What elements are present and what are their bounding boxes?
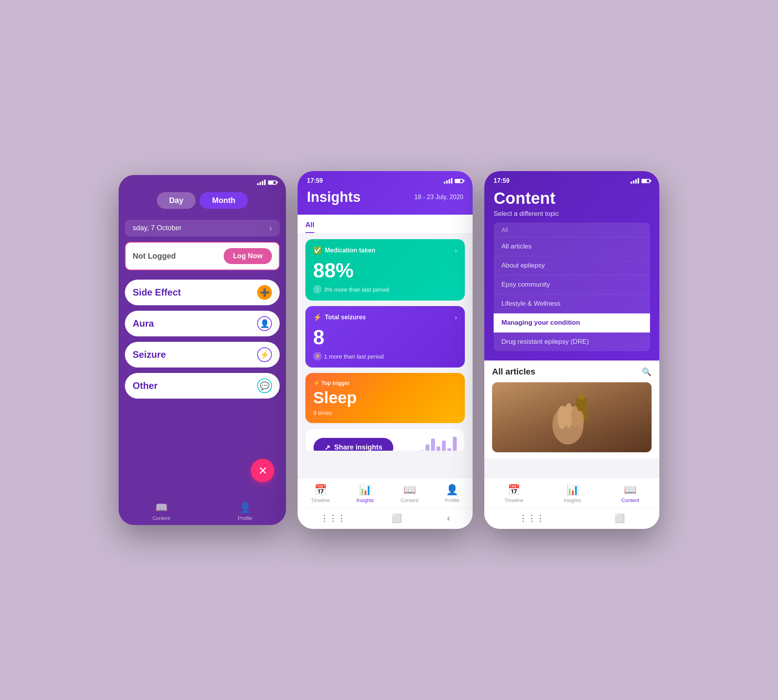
nav-content-3[interactable]: 📖 Content [622,484,640,503]
nav-profile-2[interactable]: 👤 Profile [445,484,459,503]
share-label: Share insights [334,443,382,451]
search-icon[interactable]: 🔍 [642,367,652,376]
topic-item-about-epilepsy[interactable]: About epilepsy [494,256,650,275]
seizure-icon: ⚡ [257,347,272,362]
content-nav-label: Content [152,515,170,521]
articles-section: All articles 🔍 [484,360,659,458]
phone1-header: Day Month [119,188,286,220]
chart-bar-4 [436,446,440,451]
medication-sub: ↑ 3% more than last period [313,285,457,294]
content-nav-icon-2: 📖 [403,484,416,496]
content-nav-icon: 📖 [155,502,168,514]
article-image-inner [492,382,652,452]
other-icon: 💬 [257,378,272,393]
seizures-label-text: Total seizures [325,314,366,321]
chart-bar-3 [431,439,435,451]
seizures-sub-icon: ⚡ [313,352,322,360]
topic-item-all-articles[interactable]: All articles [494,237,650,256]
trigger-count: 9 times [313,410,457,416]
mini-chart [420,437,457,451]
other-menu-item[interactable]: Other 💬 [125,373,280,399]
phone-log-screen: Day Month sday, 7 October › Not Logged L… [119,175,286,525]
insights-header: 17:59 Insights 18 - 23 July, 2020 [298,171,473,215]
content-page-title: Content [494,189,650,208]
trigger-value: Sleep [313,388,457,407]
side-effect-menu-item[interactable]: Side Effect ➕ [125,280,280,305]
status-icons-1 [257,180,277,185]
chart-bar-5 [442,441,446,451]
trigger-label-text: Top trigger [321,380,350,386]
aura-label: Aura [133,318,154,329]
not-logged-label: Not Logged [133,252,176,261]
status-bar-1 [119,175,286,188]
medication-check-icon: ✅ [313,246,322,255]
timeline-nav-label: Timeline [311,497,330,503]
day-toggle-btn[interactable]: Day [157,192,196,209]
topic-item-lifestyle[interactable]: Lifestyle & Wellness [494,294,650,313]
date-chevron-icon: › [269,224,272,233]
topic-all-header: All [494,222,650,237]
medication-chevron-icon: › [455,247,457,255]
insights-bottom-nav: 📅 Timeline 📊 Insights 📖 Content 👤 Profil… [298,478,473,507]
nav-insights-2[interactable]: 📊 Insights [356,484,374,503]
seizure-menu-item[interactable]: Seizure ⚡ [125,342,280,368]
month-toggle-btn[interactable]: Month [200,192,248,209]
insights-date-range: 18 - 23 July, 2020 [414,194,463,201]
nav-timeline-2[interactable]: 📅 Timeline [311,484,330,503]
insights-nav-icon-3: 📊 [566,484,579,496]
close-fab-button[interactable]: ✕ [251,459,274,482]
nav-content-2[interactable]: 📖 Content [401,484,419,503]
medication-card-label: ✅ Medication taken [313,246,375,255]
profile-nav-icon: 👤 [239,502,251,514]
android-menu-icon-3: ⋮⋮⋮ [519,513,545,523]
articles-section-header: All articles 🔍 [492,367,652,377]
nav-timeline-3[interactable]: 📅 Timeline [505,484,524,503]
chart-bar-7 [453,437,457,451]
articles-section-title: All articles [492,367,535,377]
share-insights-button[interactable]: ↗ Share insights [314,438,393,451]
chart-bar-6 [447,448,451,451]
not-logged-row: Not Logged Log Now [125,242,280,270]
trigger-bolt-icon: ⚡ [313,380,321,386]
up-arrow-icon: ↑ [313,285,322,294]
close-icon: ✕ [258,464,267,477]
topic-list: All All articles About epilepsy Epsy com… [494,222,650,351]
log-menu-list: Side Effect ➕ Aura 👤 Seizure ⚡ Other 💬 [119,276,286,402]
android-home-icon: ⬜ [391,513,402,523]
insights-page-title: Insights [307,189,361,205]
insights-title-row: Insights 18 - 23 July, 2020 [307,189,463,205]
nav-insights-3[interactable]: 📊 Insights [564,484,581,503]
profile-nav-label: Profile [238,515,252,521]
status-icons-3 [631,178,650,184]
phone-insights-screen: 17:59 Insights 18 - 23 July, 2020 [298,171,473,529]
content-page-subtitle: Select a different topic [494,210,650,218]
medication-card-header: ✅ Medication taken › [313,246,457,255]
timeline-nav-icon-3: 📅 [508,484,520,496]
filter-all-button[interactable]: All [305,221,314,233]
seizures-card-label: ⚡ Total seizures [313,313,366,322]
svg-rect-1 [579,394,584,399]
aura-icon: 👤 [257,316,272,331]
date-label: sday, 7 October [133,224,182,232]
svg-point-6 [577,411,584,428]
nav-item-profile-1[interactable]: 👤 Profile [238,502,252,521]
battery-icon-2 [455,179,463,183]
medication-card[interactable]: ✅ Medication taken › 88% ↑ 3% more than … [305,239,465,301]
share-icon: ↗ [324,443,330,451]
date-row[interactable]: sday, 7 October › [125,220,280,236]
topic-item-managing[interactable]: Managing your condition [494,313,650,332]
seizures-sub: ⚡ 1 more than last period [313,352,457,360]
trigger-card[interactable]: ⚡ Top trigger Sleep 9 times [305,373,465,423]
chart-bar-1 [420,450,424,451]
topic-item-epsy-community[interactable]: Epsy community [494,275,650,294]
signal-icon [257,180,266,185]
other-label: Other [133,380,158,391]
seizures-card[interactable]: ⚡ Total seizures › 8 ⚡ 1 more than last … [305,306,465,368]
topic-item-dre[interactable]: Drug resistant epilepsy (DRE) [494,332,650,351]
content-header: 17:59 Content Select a different topic [484,171,659,360]
signal-icon-2 [444,178,452,184]
log-now-button[interactable]: Log Now [224,248,272,264]
aura-menu-item[interactable]: Aura 👤 [125,311,280,336]
nav-item-content-1[interactable]: 📖 Content [152,502,170,521]
insights-nav-icon: 📊 [359,484,371,496]
